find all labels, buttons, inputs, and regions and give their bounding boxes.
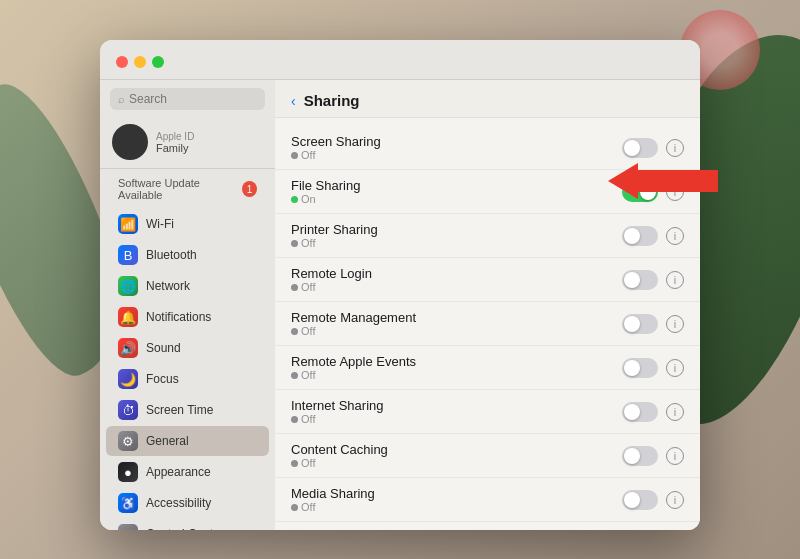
setting-info-file-sharing: File SharingOn xyxy=(291,178,622,205)
status-text-remote-login: Off xyxy=(301,281,315,293)
toggle-media-sharing[interactable] xyxy=(622,490,658,510)
toggle-knob-screen-sharing xyxy=(624,140,640,156)
update-banner[interactable]: Software Update Available 1 xyxy=(110,173,265,205)
status-text-file-sharing: On xyxy=(301,193,316,205)
setting-status-media-sharing: Off xyxy=(291,501,622,513)
toggle-remote-apple-events[interactable] xyxy=(622,358,658,378)
control-centre-icon: ◎ xyxy=(118,524,138,530)
status-text-internet-sharing: Off xyxy=(301,413,315,425)
status-dot-internet-sharing xyxy=(291,416,298,423)
info-btn-screen-sharing[interactable]: i xyxy=(666,139,684,157)
back-button[interactable]: ‹ xyxy=(291,93,296,109)
setting-name-printer-sharing: Printer Sharing xyxy=(291,222,622,237)
sidebar-items-container: 📶Wi-FiBBluetooth🌐Network🔔Notifications🔊S… xyxy=(100,209,275,530)
toggle-remote-login[interactable] xyxy=(622,270,658,290)
setting-controls-remote-login: i xyxy=(622,270,684,290)
appearance-icon: ● xyxy=(118,462,138,482)
setting-name-content-caching: Content Caching xyxy=(291,442,622,457)
setting-info-remote-apple-events: Remote Apple EventsOff xyxy=(291,354,622,381)
search-input[interactable] xyxy=(129,92,257,106)
setting-status-printer-sharing: Off xyxy=(291,237,622,249)
setting-status-file-sharing: On xyxy=(291,193,622,205)
setting-name-internet-sharing: Internet Sharing xyxy=(291,398,622,413)
setting-info-printer-sharing: Printer SharingOff xyxy=(291,222,622,249)
general-icon: ⚙ xyxy=(118,431,138,451)
sidebar-item-sound[interactable]: 🔊Sound xyxy=(106,333,269,363)
setting-status-remote-management: Off xyxy=(291,325,622,337)
sidebar-label-focus: Focus xyxy=(146,372,179,386)
maximize-button[interactable] xyxy=(152,56,164,68)
sidebar-label-wifi: Wi-Fi xyxy=(146,217,174,231)
update-badge: 1 xyxy=(242,181,257,197)
close-button[interactable] xyxy=(116,56,128,68)
setting-row-content-caching: Content CachingOffi xyxy=(275,434,700,478)
setting-info-screen-sharing: Screen SharingOff xyxy=(291,134,622,161)
info-btn-internet-sharing[interactable]: i xyxy=(666,403,684,421)
toggle-knob-remote-management xyxy=(624,316,640,332)
sidebar-label-sound: Sound xyxy=(146,341,181,355)
setting-info-internet-sharing: Internet SharingOff xyxy=(291,398,622,425)
info-btn-remote-login[interactable]: i xyxy=(666,271,684,289)
toggle-content-caching[interactable] xyxy=(622,446,658,466)
wifi-icon: 📶 xyxy=(118,214,138,234)
toggle-screen-sharing[interactable] xyxy=(622,138,658,158)
sidebar-item-control-centre[interactable]: ◎Control Centre xyxy=(106,519,269,530)
user-section[interactable]: Apple ID Family xyxy=(100,118,275,169)
setting-name-file-sharing: File Sharing xyxy=(291,178,622,193)
sidebar-label-general: General xyxy=(146,434,189,448)
status-text-remote-apple-events: Off xyxy=(301,369,315,381)
status-text-content-caching: Off xyxy=(301,457,315,469)
sidebar-item-network[interactable]: 🌐Network xyxy=(106,271,269,301)
arrow-head xyxy=(608,163,638,199)
info-btn-remote-apple-events[interactable]: i xyxy=(666,359,684,377)
setting-controls-printer-sharing: i xyxy=(622,226,684,246)
status-text-media-sharing: Off xyxy=(301,501,315,513)
setting-row-bluetooth-sharing: Bluetooth SharingOffi xyxy=(275,522,700,530)
sidebar-item-bluetooth[interactable]: BBluetooth xyxy=(106,240,269,270)
info-btn-remote-management[interactable]: i xyxy=(666,315,684,333)
sidebar-item-accessibility[interactable]: ♿Accessibility xyxy=(106,488,269,518)
status-dot-media-sharing xyxy=(291,504,298,511)
toggle-printer-sharing[interactable] xyxy=(622,226,658,246)
setting-info-remote-management: Remote ManagementOff xyxy=(291,310,622,337)
status-text-screen-sharing: Off xyxy=(301,149,315,161)
toggle-remote-management[interactable] xyxy=(622,314,658,334)
info-btn-content-caching[interactable]: i xyxy=(666,447,684,465)
screen-time-icon: ⏱ xyxy=(118,400,138,420)
setting-row-printer-sharing: Printer SharingOffi xyxy=(275,214,700,258)
status-dot-printer-sharing xyxy=(291,240,298,247)
status-dot-file-sharing xyxy=(291,196,298,203)
avatar xyxy=(112,124,148,160)
toggle-knob-printer-sharing xyxy=(624,228,640,244)
sidebar: ⌕ Apple ID Family Software Update Availa… xyxy=(100,80,275,530)
status-dot-remote-login xyxy=(291,284,298,291)
sidebar-label-notifications: Notifications xyxy=(146,310,211,324)
setting-status-screen-sharing: Off xyxy=(291,149,622,161)
toggle-internet-sharing[interactable] xyxy=(622,402,658,422)
setting-controls-media-sharing: i xyxy=(622,490,684,510)
notifications-icon: 🔔 xyxy=(118,307,138,327)
sidebar-label-screen-time: Screen Time xyxy=(146,403,213,417)
sidebar-label-network: Network xyxy=(146,279,190,293)
toggle-knob-media-sharing xyxy=(624,492,640,508)
title-bar xyxy=(100,40,700,80)
family-label: Family xyxy=(156,142,194,154)
update-text: Software Update Available xyxy=(118,177,238,201)
apple-id-label: Apple ID xyxy=(156,131,194,142)
panel-header: ‹ Sharing xyxy=(275,80,700,118)
sidebar-item-notifications[interactable]: 🔔Notifications xyxy=(106,302,269,332)
sidebar-item-general[interactable]: ⚙General xyxy=(106,426,269,456)
search-container[interactable]: ⌕ xyxy=(110,88,265,110)
info-btn-printer-sharing[interactable]: i xyxy=(666,227,684,245)
sidebar-item-screen-time[interactable]: ⏱Screen Time xyxy=(106,395,269,425)
sound-icon: 🔊 xyxy=(118,338,138,358)
content-area: ⌕ Apple ID Family Software Update Availa… xyxy=(100,80,700,530)
setting-row-remote-apple-events: Remote Apple EventsOffi xyxy=(275,346,700,390)
status-dot-screen-sharing xyxy=(291,152,298,159)
info-btn-media-sharing[interactable]: i xyxy=(666,491,684,509)
sidebar-item-focus[interactable]: 🌙Focus xyxy=(106,364,269,394)
sidebar-item-appearance[interactable]: ●Appearance xyxy=(106,457,269,487)
sidebar-item-wifi[interactable]: 📶Wi-Fi xyxy=(106,209,269,239)
minimize-button[interactable] xyxy=(134,56,146,68)
search-icon: ⌕ xyxy=(118,93,125,105)
